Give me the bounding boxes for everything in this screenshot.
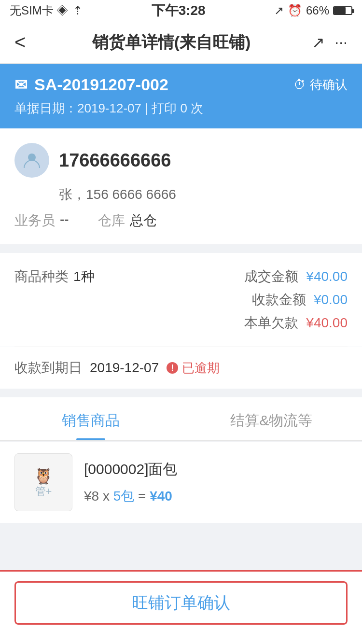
battery-text: 66% — [306, 4, 329, 17]
due-label: 收款到期日 — [14, 359, 82, 377]
page-title: 销货单详情(来自旺铺) — [43, 31, 299, 54]
order-date: 单据日期：2019-12-07 | 打印 0 次 — [14, 100, 348, 117]
product-price: ¥8 x 5包 = ¥40 — [84, 487, 348, 505]
overdue-icon: ! — [167, 362, 178, 374]
warehouse-label: 仓库 — [98, 211, 125, 230]
alarm-icon: ⏰ — [288, 4, 302, 17]
more-icon[interactable]: ··· — [334, 33, 348, 51]
divider-2 — [0, 389, 362, 397]
customer-info: 张，156 6666 6666 — [59, 185, 348, 204]
tab-sales-products[interactable]: 销售商品 — [0, 397, 181, 440]
received-label: 收款金额 — [252, 291, 306, 309]
product-image: 🦉 管+ — [14, 453, 72, 511]
price-equals: = — [134, 489, 150, 504]
order-status: ⏱ 待确认 — [293, 76, 348, 93]
price-qty: 5包 — [113, 489, 135, 504]
order-id: ✉ SA-20191207-002 — [14, 75, 168, 94]
status-right: ↗ ⏰ 66% — [274, 4, 352, 17]
product-types-label: 商品种类 — [14, 267, 69, 286]
status-left: 无SIM卡 ◈ ⇡ — [10, 3, 83, 18]
customer-card: 17666666666 张，156 6666 6666 业务员 -- 仓库 总仓 — [0, 128, 362, 244]
price-total: ¥40 — [150, 489, 172, 504]
order-id-text: SA-20191207-002 — [34, 75, 168, 94]
status-bar: 无SIM卡 ◈ ⇡ 下午3:28 ↗ ⏰ 66% — [0, 0, 362, 21]
warehouse-info: 仓库 总仓 — [98, 211, 157, 230]
clock-icon: ⏱ — [293, 77, 306, 92]
wifi-icon: ⇡ — [73, 4, 83, 17]
tabs-container: 销售商品 结算&物流等 — [0, 397, 362, 441]
location-icon: ↗ — [274, 4, 284, 17]
salesperson-info: 业务员 -- — [14, 211, 69, 230]
nav-actions: ↗ ··· — [299, 33, 348, 52]
warehouse-value: 总仓 — [130, 211, 157, 230]
salesperson-value: -- — [60, 211, 69, 230]
overdue-badge: ! 已逾期 — [167, 360, 220, 377]
summary-card: 商品种类 1种 成交金额 ¥40.00 收款金额 ¥0.00 本单欠款 ¥40.… — [0, 253, 362, 347]
carrier-text: 无SIM卡 ◈ — [10, 3, 68, 18]
transaction-label: 成交金额 — [244, 267, 298, 286]
share-icon[interactable]: ↗ — [312, 33, 325, 52]
received-amount: 收款金额 ¥0.00 — [252, 291, 348, 309]
customer-avatar — [14, 143, 49, 178]
battery-icon — [333, 6, 352, 15]
customer-phone: 17666666666 — [59, 150, 171, 171]
tab-settlement[interactable]: 结算&物流等 — [181, 397, 362, 440]
product-logo: 🦉 管+ — [34, 467, 53, 498]
bottom-bar: 旺铺订单确认 — [0, 570, 362, 644]
price-text: ¥8 x — [84, 489, 113, 504]
received-value: ¥0.00 — [314, 292, 348, 308]
due-date-card: 收款到期日 2019-12-07 ! 已逾期 — [0, 347, 362, 389]
transaction-amount: 成交金额 ¥40.00 — [244, 267, 348, 286]
confirm-order-button[interactable]: 旺铺订单确认 — [14, 581, 348, 625]
customer-meta: 业务员 -- 仓库 总仓 — [14, 211, 348, 230]
product-item: 🦉 管+ [0000002]面包 ¥8 x 5包 = ¥40 — [0, 442, 362, 523]
owed-label: 本单欠款 — [244, 314, 298, 332]
owed-amount: 本单欠款 ¥40.00 — [244, 314, 348, 332]
transaction-value: ¥40.00 — [306, 269, 348, 284]
due-date-value: 2019-12-07 — [90, 360, 159, 376]
status-time: 下午3:28 — [152, 1, 206, 20]
order-icon: ✉ — [14, 76, 28, 94]
back-button[interactable]: < — [14, 31, 43, 53]
overdue-text: 已逾期 — [182, 360, 220, 377]
owed-value: ¥40.00 — [306, 315, 348, 331]
product-types-value: 1种 — [73, 267, 95, 286]
product-info: [0000002]面包 ¥8 x 5包 = ¥40 — [84, 460, 348, 505]
order-header: ✉ SA-20191207-002 ⏱ 待确认 单据日期：2019-12-07 … — [0, 64, 362, 128]
nav-bar: < 销货单详情(来自旺铺) ↗ ··· — [0, 21, 362, 64]
status-text: 待确认 — [310, 76, 348, 93]
amounts: 成交金额 ¥40.00 收款金额 ¥0.00 本单欠款 ¥40.00 — [244, 267, 348, 332]
product-types: 商品种类 1种 — [14, 267, 95, 286]
salesperson-label: 业务员 — [14, 211, 55, 230]
product-name: [0000002]面包 — [84, 460, 348, 479]
divider-1 — [0, 244, 362, 253]
